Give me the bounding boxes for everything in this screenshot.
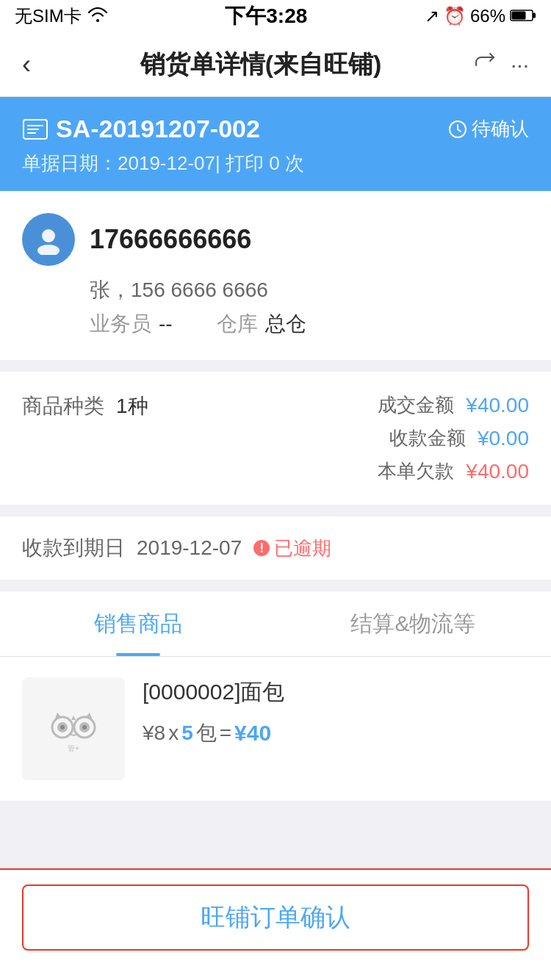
status-bar: 无SIM卡 下午3:28 ↗ ⏰ 66% — [0, 0, 551, 32]
deal-amount-row: 成交金额 ¥40.00 — [378, 392, 529, 418]
warehouse-value: 总仓 — [265, 310, 306, 338]
customer-detail: 张，156 6666 6666 — [22, 276, 529, 304]
equals-sign: = — [220, 721, 231, 745]
unit-price: ¥8 — [143, 721, 165, 745]
product-price-row: ¥8 x 5 包 = ¥40 — [143, 719, 529, 747]
page-title: 销货单详情(来自旺铺) — [66, 48, 455, 82]
owed-amount-row: 本单欠款 ¥40.00 — [378, 458, 529, 484]
due-date-label: 收款到期日 — [22, 534, 125, 562]
overdue-label: 已逾期 — [274, 536, 331, 561]
order-date: 单据日期：2019-12-07| 打印 0 次 — [22, 151, 529, 176]
product-type: 商品种类 1种 — [22, 392, 148, 420]
warehouse-label: 仓库 — [217, 310, 258, 338]
bottom-bar: 旺铺订单确认 — [0, 868, 551, 980]
carrier-label: 无SIM卡 — [15, 4, 82, 28]
tab-settlement[interactable]: 结算&物流等 — [276, 591, 551, 656]
owed-value: ¥40.00 — [466, 460, 529, 483]
product-section: 管+ [0000002]面包 ¥8 x 5 包 = ¥40 — [0, 657, 551, 801]
svg-rect-2 — [511, 12, 525, 20]
product-type-value: 1种 — [116, 392, 148, 420]
product-type-label: 商品种类 — [22, 392, 104, 420]
received-amount-row: 收款金额 ¥0.00 — [389, 425, 529, 451]
battery-icon — [510, 6, 536, 26]
tabs-section: 销售商品 结算&物流等 — [0, 591, 551, 657]
status-left: 无SIM卡 — [15, 4, 108, 28]
back-button[interactable]: ‹ — [22, 49, 66, 80]
deal-amount-value: ¥40.00 — [466, 394, 529, 417]
customer-meta: 业务员 -- 仓库 总仓 — [22, 310, 529, 338]
status-right: ↗ ⏰ 66% — [425, 6, 536, 26]
battery-label: 66% — [470, 6, 505, 26]
total-price: ¥40 — [234, 721, 271, 746]
due-date-value: 2019-12-07 — [137, 536, 242, 560]
tab-sales-products[interactable]: 销售商品 — [0, 591, 276, 656]
salesperson-value: -- — [159, 312, 173, 336]
multiply-sign: x — [168, 721, 179, 745]
status-time: 下午3:28 — [225, 2, 307, 30]
amount-summary: 成交金额 ¥40.00 收款金额 ¥0.00 本单欠款 ¥40.00 — [378, 392, 529, 484]
location-icon: ↗ — [425, 6, 439, 26]
svg-point-6 — [37, 245, 60, 255]
product-thumbnail: 管+ — [22, 677, 125, 780]
unit: 包 — [196, 719, 217, 747]
owed-label: 本单欠款 — [378, 458, 454, 484]
nav-actions: ··· — [455, 51, 529, 78]
nav-bar: ‹ 销货单详情(来自旺铺) ··· — [0, 32, 551, 97]
alarm-icon: ⏰ — [444, 6, 466, 26]
product-info: [0000002]面包 ¥8 x 5 包 = ¥40 — [143, 677, 529, 747]
warehouse-field: 仓库 总仓 — [217, 310, 306, 338]
received-value: ¥0.00 — [478, 427, 529, 450]
svg-text:管+: 管+ — [68, 744, 79, 752]
salesperson-field: 业务员 -- — [90, 310, 173, 338]
order-id: SA-20191207-002 — [22, 115, 260, 143]
customer-top: 17666666666 — [22, 213, 529, 266]
svg-point-11 — [60, 725, 65, 729]
product-name: [0000002]面包 — [143, 677, 529, 707]
svg-rect-1 — [533, 13, 536, 18]
overdue-icon: ! — [253, 540, 270, 556]
more-icon[interactable]: ··· — [511, 52, 529, 77]
deal-amount-label: 成交金额 — [378, 392, 454, 418]
wifi-icon — [87, 6, 108, 26]
confirm-order-button[interactable]: 旺铺订单确认 — [22, 884, 529, 951]
summary-section: 商品种类 1种 成交金额 ¥40.00 收款金额 ¥0.00 本单欠款 ¥40.… — [0, 372, 551, 505]
svg-point-12 — [82, 725, 87, 729]
order-status: 待确认 — [448, 116, 529, 142]
salesperson-label: 业务员 — [90, 310, 151, 338]
order-header: SA-20191207-002 待确认 单据日期：2019-12-07| 打印 … — [0, 97, 551, 191]
overdue-badge: ! 已逾期 — [253, 536, 331, 561]
received-label: 收款金额 — [389, 425, 466, 451]
share-icon[interactable] — [474, 51, 496, 78]
quantity: 5 — [181, 721, 193, 745]
customer-section: 17666666666 张，156 6666 6666 业务员 -- 仓库 总仓 — [0, 191, 551, 360]
avatar — [22, 213, 75, 266]
svg-point-5 — [42, 229, 55, 242]
due-date-section: 收款到期日 2019-12-07 ! 已逾期 — [0, 516, 551, 580]
tab-underline — [116, 653, 160, 656]
customer-phone: 17666666666 — [90, 224, 251, 255]
